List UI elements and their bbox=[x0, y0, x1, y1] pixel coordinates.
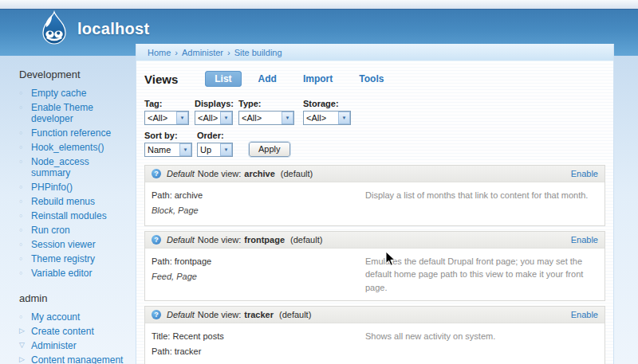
tab-add[interactable]: Add bbox=[249, 71, 286, 87]
circle-bullet-icon: ○ bbox=[19, 127, 31, 139]
help-icon[interactable]: ? bbox=[152, 310, 161, 319]
sidebar-item-administer[interactable]: ▽Administer bbox=[19, 340, 131, 351]
help-icon[interactable]: ? bbox=[152, 169, 161, 178]
sort-by-select[interactable]: Name ▼ bbox=[144, 143, 192, 157]
sidebar-item-session-viewer[interactable]: ○Session viewer bbox=[19, 239, 131, 250]
tab-list[interactable]: List bbox=[205, 71, 241, 87]
circle-bullet-icon: ○ bbox=[19, 196, 31, 207]
view-type-label: Default bbox=[167, 310, 195, 319]
sidebar-item-enable-theme-developer[interactable]: ○Enable Theme developer bbox=[19, 102, 131, 124]
view-type-label: Default bbox=[167, 169, 195, 178]
views-filters: Tag: <All> ▼ Displays: <All> ▼ Type: bbox=[144, 99, 605, 157]
view-row-tracker: ? Default Node view: tracker (default) E… bbox=[144, 306, 605, 364]
view-state: (default) bbox=[281, 169, 313, 178]
circle-bullet-icon: ○ bbox=[19, 239, 31, 250]
type-select[interactable]: <All> ▼ bbox=[238, 111, 294, 125]
view-row-header: ? Default Node view: tracker (default) E… bbox=[145, 307, 605, 323]
view-displays: Block, Page bbox=[152, 205, 199, 215]
sidebar-item-hook-elements[interactable]: ○Hook_elements() bbox=[19, 142, 131, 153]
dropdown-arrow-icon: ▼ bbox=[179, 143, 191, 156]
sidebar-item-run-cron[interactable]: ○Run cron bbox=[19, 225, 131, 236]
view-type-label: Default bbox=[167, 235, 195, 245]
breadcrumb-site-building-link[interactable]: Site building bbox=[234, 48, 282, 57]
view-row-body: Title: Recent posts Path: tracker Page S… bbox=[145, 323, 605, 364]
tag-filter-label: Tag: bbox=[144, 99, 189, 108]
tab-import[interactable]: Import bbox=[293, 71, 342, 87]
drupal-droplet-logo bbox=[37, 10, 72, 47]
view-kind-label: Node view: bbox=[198, 310, 241, 319]
order-label: Order: bbox=[197, 131, 233, 140]
sidebar-item-function-reference[interactable]: ○Function reference bbox=[19, 127, 131, 139]
circle-bullet-icon: ○ bbox=[19, 88, 31, 99]
enable-link[interactable]: Enable bbox=[571, 310, 598, 319]
sidebar-heading-admin: admin bbox=[19, 292, 131, 304]
view-description: Display a list of months that link to co… bbox=[365, 188, 598, 219]
displays-filter-label: Displays: bbox=[195, 99, 233, 108]
expanded-arrow-icon: ▽ bbox=[19, 340, 31, 350]
view-row-header: ? Default Node view: archive (default) E… bbox=[145, 166, 605, 182]
sidebar-item-my-account[interactable]: ○My account bbox=[19, 311, 131, 323]
view-name: frontpage bbox=[244, 235, 285, 245]
view-kind-label: Node view: bbox=[198, 169, 241, 178]
tab-tools[interactable]: Tools bbox=[349, 71, 393, 87]
sidebar-item-empty-cache[interactable]: ○Empty cache bbox=[19, 88, 131, 99]
circle-bullet-icon: ○ bbox=[19, 142, 31, 153]
view-row-frontpage: ? Default Node view: frontpage (default)… bbox=[144, 231, 605, 302]
view-path: Path: archive bbox=[152, 188, 365, 203]
dropdown-arrow-icon: ▼ bbox=[176, 112, 188, 124]
circle-bullet-icon: ○ bbox=[19, 102, 31, 113]
view-row-header: ? Default Node view: frontpage (default)… bbox=[145, 232, 605, 249]
circle-bullet-icon: ○ bbox=[19, 268, 31, 279]
storage-select[interactable]: <All> ▼ bbox=[303, 111, 351, 125]
sidebar-item-variable-editor[interactable]: ○Variable editor bbox=[19, 268, 131, 279]
sidebar-item-node-access-summary[interactable]: ○Node_access summary bbox=[19, 156, 131, 178]
view-kind-label: Node view: bbox=[198, 235, 241, 245]
order-select[interactable]: Up ▼ bbox=[197, 143, 233, 157]
displays-select[interactable]: <All> ▼ bbox=[195, 111, 233, 125]
sidebar-item-phpinfo[interactable]: ○PHPinfo() bbox=[19, 182, 131, 193]
view-description: Shows all new activity on system. bbox=[365, 329, 598, 364]
view-name: tracker bbox=[244, 310, 274, 319]
sidebar-item-reinstall-modules[interactable]: ○Reinstall modules bbox=[19, 210, 131, 221]
sidebar-heading-development: Development bbox=[19, 68, 131, 80]
sort-by-label: Sort by: bbox=[144, 131, 192, 140]
page-title: Views bbox=[144, 72, 178, 86]
view-path: Path: frontpage bbox=[152, 254, 365, 269]
storage-filter-label: Storage: bbox=[303, 99, 351, 108]
view-name: archive bbox=[244, 169, 275, 178]
view-description: Emulates the default Drupal front page; … bbox=[365, 254, 598, 295]
collapsed-arrow-icon: ▷ bbox=[19, 354, 31, 364]
sidebar-item-create-content[interactable]: ▷Create content bbox=[19, 326, 131, 337]
circle-bullet-icon: ○ bbox=[19, 225, 31, 236]
views-list: ? Default Node view: archive (default) E… bbox=[144, 165, 605, 364]
top-edge-strip bbox=[0, 0, 638, 9]
sidebar-item-content-management[interactable]: ▷Content management bbox=[19, 354, 131, 364]
view-row-body: Path: archive Block, Page Display a list… bbox=[145, 182, 605, 225]
breadcrumb-administer-link[interactable]: Administer bbox=[182, 48, 223, 57]
view-path: Path: tracker bbox=[152, 344, 365, 359]
breadcrumb-separator: › bbox=[175, 48, 178, 57]
breadcrumb-separator: › bbox=[227, 48, 230, 57]
view-row-body: Path: frontpage Feed, Page Emulates the … bbox=[145, 249, 605, 301]
sidebar-item-rebuild-menus[interactable]: ○Rebuild menus bbox=[19, 196, 131, 207]
collapsed-arrow-icon: ▷ bbox=[19, 326, 31, 336]
breadcrumb-home-link[interactable]: Home bbox=[148, 48, 171, 57]
sidebar-item-theme-registry[interactable]: ○Theme registry bbox=[19, 253, 131, 264]
view-title: Title: Recent posts bbox=[152, 329, 365, 344]
tag-select[interactable]: <All> ▼ bbox=[144, 111, 189, 125]
enable-link[interactable]: Enable bbox=[571, 235, 598, 245]
view-state: (default) bbox=[279, 310, 311, 319]
views-tabs: List Add Import Tools bbox=[205, 71, 400, 87]
apply-button[interactable]: Apply bbox=[249, 142, 290, 157]
dropdown-arrow-icon: ▼ bbox=[282, 112, 293, 124]
view-state: (default) bbox=[290, 235, 322, 245]
mouse-cursor-icon bbox=[385, 251, 396, 267]
circle-bullet-icon: ○ bbox=[19, 253, 31, 264]
type-filter-label: Type: bbox=[238, 99, 294, 108]
sidebar: Development ○Empty cache ○Enable Theme d… bbox=[0, 56, 136, 364]
sidebar-admin-menu: ○My account ▷Create content ▽Administer … bbox=[19, 311, 131, 364]
circle-bullet-icon: ○ bbox=[19, 182, 31, 193]
main-panel: Home›Administer›Site building Views List… bbox=[136, 44, 614, 364]
enable-link[interactable]: Enable bbox=[571, 169, 598, 178]
help-icon[interactable]: ? bbox=[152, 235, 161, 245]
